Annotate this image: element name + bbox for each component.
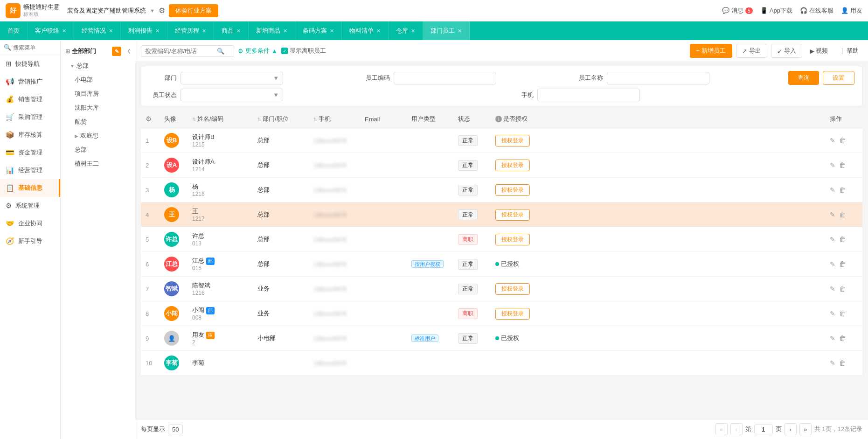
next-page-btn[interactable]: › — [785, 423, 797, 435]
online-service-btn[interactable]: 🎧 在线客服 — [800, 7, 833, 15]
edit-btn[interactable]: ✎ — [830, 236, 835, 243]
delete-btn[interactable]: 🗑 — [839, 236, 846, 243]
sidebar-item-finance[interactable]: 💳 资金管理 — [0, 144, 60, 161]
delete-btn[interactable]: 🗑 — [839, 285, 846, 293]
edit-btn[interactable]: ✎ — [830, 285, 835, 293]
page-input[interactable] — [754, 425, 773, 434]
close-goods-tab[interactable]: ✕ — [236, 28, 241, 34]
delete-btn[interactable]: 🗑 — [839, 359, 846, 367]
dept-item-zongbu-child[interactable]: 总部 — [61, 143, 135, 157]
auth-login-btn[interactable]: 授权登录 — [495, 160, 530, 171]
dept-item-shuangting[interactable]: ▶ 双庭想 — [61, 129, 135, 143]
close-warehouse-tab[interactable]: ✕ — [411, 28, 415, 34]
sidebar-search-input[interactable] — [13, 44, 50, 51]
dept-item-zhishu[interactable]: 植树王二 — [61, 157, 135, 171]
edit-btn[interactable]: ✎ — [830, 260, 835, 268]
dept-item-zongbu-parent[interactable]: ▼ 总部 — [61, 59, 135, 73]
message-btn[interactable]: 💬 消息 5 — [722, 7, 753, 15]
auth-login-btn[interactable]: 授权登录 — [495, 308, 530, 320]
edit-btn[interactable]: ✎ — [830, 137, 835, 144]
search-input[interactable] — [145, 48, 215, 55]
tab-goods[interactable]: 商品✕ — [214, 21, 249, 40]
export-btn[interactable]: ↗ 导出 — [736, 44, 767, 58]
edit-btn[interactable]: ✎ — [830, 359, 835, 367]
emp-name-input[interactable] — [607, 72, 709, 84]
close-journey-tab[interactable]: ✕ — [202, 28, 206, 34]
help-btn[interactable]: ｜ 帮助 — [835, 44, 862, 57]
sidebar-item-inventory[interactable]: 📦 库存核算 — [0, 126, 60, 144]
delete-btn[interactable]: 🗑 — [839, 211, 846, 218]
search-icon[interactable]: 🔍 — [217, 48, 224, 55]
settings-icon[interactable]: ⚙ — [159, 6, 165, 15]
emp-status-select[interactable]: ▼ — [181, 89, 283, 101]
page-size-num[interactable]: 50 — [168, 425, 183, 434]
close-addgoods-tab[interactable]: ✕ — [283, 28, 287, 34]
show-resigned-toggle[interactable]: ✓ 显示离职员工 — [281, 47, 326, 55]
sidebar-item-basic-info[interactable]: 📋 基础信息 — [0, 179, 60, 197]
dept-edit-btn[interactable]: ✎ — [112, 47, 121, 56]
edit-btn[interactable]: ✎ — [830, 334, 835, 342]
tab-profit[interactable]: 利润报告✕ — [121, 21, 167, 40]
tab-warehouse[interactable]: 仓库✕ — [389, 21, 423, 40]
auth-login-btn[interactable]: 授权登录 — [495, 234, 530, 245]
sidebar-item-purchase[interactable]: 🛒 采购管理 — [0, 108, 60, 126]
add-employee-btn[interactable]: + 新增员工 — [690, 44, 732, 58]
tab-barcode[interactable]: 条码方案✕ — [295, 21, 342, 40]
tab-customer[interactable]: 客户联络✕ — [28, 21, 74, 40]
set-btn[interactable]: 设置 — [823, 71, 854, 85]
show-resigned-checkbox[interactable]: ✓ — [281, 48, 288, 54]
edit-btn[interactable]: ✎ — [830, 211, 835, 218]
import-btn[interactable]: ↙ 导入 — [771, 44, 802, 58]
sidebar-item-operation[interactable]: 📊 经营管理 — [0, 161, 60, 179]
close-profit-tab[interactable]: ✕ — [155, 28, 160, 34]
auth-login-btn[interactable]: 授权登录 — [495, 283, 530, 295]
query-btn[interactable]: 查询 — [788, 71, 819, 85]
dept-item-xiaodian[interactable]: 小电部 — [61, 73, 135, 87]
sidebar-item-quick-nav[interactable]: ⊞ 快捷导航 — [0, 55, 60, 73]
tab-journey[interactable]: 经营历程✕ — [167, 21, 214, 40]
edit-btn[interactable]: ✎ — [830, 186, 835, 194]
tab-operation[interactable]: 经营情况✕ — [74, 21, 121, 40]
sidebar-item-system[interactable]: ⚙ 系统管理 — [0, 197, 60, 215]
tab-add-goods[interactable]: 新增商品✕ — [249, 21, 295, 40]
delete-btn[interactable]: 🗑 — [839, 310, 846, 317]
video-btn[interactable]: ▶ 视频 — [806, 44, 832, 57]
more-conditions-btn[interactable]: ⚙ 更多条件 ▲ — [238, 47, 278, 55]
delete-btn[interactable]: 🗑 — [839, 186, 846, 194]
emp-code-input[interactable] — [394, 72, 496, 84]
th-name-code[interactable]: ⇅ 姓名/编码 — [187, 110, 253, 128]
delete-btn[interactable]: 🗑 — [839, 161, 846, 169]
delete-btn[interactable]: 🗑 — [839, 137, 846, 144]
sidebar-item-marketing[interactable]: 📢 营销推广 — [0, 73, 60, 91]
tab-bom[interactable]: 物料清单✕ — [342, 21, 389, 40]
dept-item-project[interactable]: 项目库房 — [61, 87, 135, 101]
auth-login-btn[interactable]: 授权登录 — [495, 135, 530, 146]
th-dept-position[interactable]: ⇅ 部门/职位 — [253, 110, 309, 128]
edit-btn[interactable]: ✎ — [830, 161, 835, 169]
close-operation-tab[interactable]: ✕ — [109, 28, 113, 34]
th-settings[interactable]: ⚙ — [141, 110, 160, 128]
system-dropdown-icon[interactable]: ▼ — [150, 8, 155, 14]
dept-item-shenyang[interactable]: 沈阳大库 — [61, 101, 135, 115]
dept-item-peihuo[interactable]: 配货 — [61, 115, 135, 129]
sidebar-item-cooperation[interactable]: 🤝 企业协同 — [0, 215, 60, 232]
delete-btn[interactable]: 🗑 — [839, 260, 846, 268]
dept-collapse-btn[interactable]: 《 — [125, 48, 130, 55]
sidebar-item-sales[interactable]: 💰 销售管理 — [0, 91, 60, 108]
app-download-btn[interactable]: 📱 App下载 — [760, 7, 792, 15]
close-dept-tab[interactable]: ✕ — [458, 28, 462, 34]
delete-btn[interactable]: 🗑 — [839, 334, 846, 342]
tab-home[interactable]: 首页 — [0, 21, 28, 40]
dept-select[interactable]: ▼ — [181, 72, 283, 84]
auth-login-btn[interactable]: 授权登录 — [495, 184, 530, 196]
sidebar-item-guide[interactable]: 🧭 新手引导 — [0, 232, 60, 250]
close-bom-tab[interactable]: ✕ — [376, 28, 381, 34]
edit-btn[interactable]: ✎ — [830, 310, 835, 317]
prev-page-btn[interactable]: ‹ — [730, 423, 743, 435]
auth-login-btn[interactable]: 授权登录 — [495, 209, 530, 221]
user-profile-btn[interactable]: 👤 用友 — [841, 7, 862, 15]
close-barcode-tab[interactable]: ✕ — [330, 28, 334, 34]
trial-btn[interactable]: 体验行业方案 — [169, 4, 218, 17]
close-customer-tab[interactable]: ✕ — [62, 28, 66, 34]
last-page-btn[interactable]: » — [799, 423, 812, 435]
